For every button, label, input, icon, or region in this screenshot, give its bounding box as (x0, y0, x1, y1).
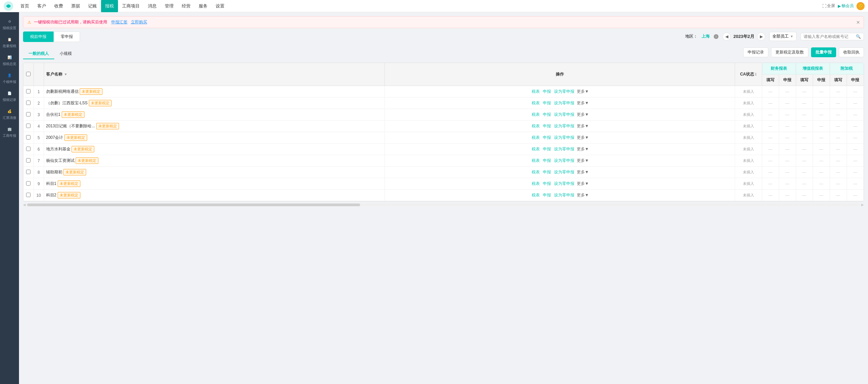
action-more[interactable]: 更多▼ (577, 135, 589, 140)
search-input[interactable] (804, 34, 854, 39)
row-checkbox-cell (23, 178, 34, 190)
banner-link-purchase[interactable]: 立即购买 (131, 19, 147, 25)
action-declare[interactable]: 申报 (543, 193, 551, 197)
action-taxform[interactable]: 税表 (532, 89, 540, 94)
action-declare[interactable]: 申报 (543, 170, 551, 174)
nav-tax[interactable]: 报税 (101, 0, 118, 12)
action-taxform[interactable]: 税表 (532, 124, 540, 128)
action-taxform[interactable]: 税表 (532, 170, 540, 174)
action-setzero[interactable]: 设为零申报 (554, 89, 574, 94)
nav-fee[interactable]: 收费 (50, 0, 67, 12)
action-setzero[interactable]: 设为零申报 (554, 170, 574, 174)
action-more[interactable]: 更多▼ (577, 112, 589, 117)
member-button[interactable]: ▶ 畅会员 (838, 3, 854, 9)
action-taxform[interactable]: 税表 (532, 101, 540, 105)
search-icon[interactable]: 🔍 (856, 34, 861, 39)
row-checkbox[interactable] (26, 135, 31, 140)
action-declare[interactable]: 申报 (543, 112, 551, 117)
action-declare[interactable]: 申报 (543, 89, 551, 94)
nav-service[interactable]: 服务 (195, 0, 212, 12)
row-checkbox[interactable] (26, 112, 31, 116)
action-setzero[interactable]: 设为零申报 (554, 158, 574, 163)
row-checkbox[interactable] (26, 158, 31, 163)
action-setzero[interactable]: 设为零申报 (554, 124, 574, 128)
action-more[interactable]: 更多▼ (577, 181, 589, 186)
action-more[interactable]: 更多▼ (577, 89, 589, 94)
banner-link-declaration[interactable]: 申报汇签 (111, 19, 127, 25)
action-more[interactable]: 更多▼ (577, 147, 589, 151)
action-declare[interactable]: 申报 (543, 181, 551, 186)
nav-management[interactable]: 管理 (161, 0, 178, 12)
action-more[interactable]: 更多▼ (577, 158, 589, 163)
banner-links: 申报汇签 立即购买 (111, 19, 147, 25)
action-more[interactable]: 更多▼ (577, 193, 589, 197)
fullscreen-button[interactable]: ⛶ 全屏 (822, 3, 835, 9)
nav-home[interactable]: 首页 (16, 0, 33, 12)
header-checkbox-cell (23, 63, 34, 86)
date-prev-button[interactable]: ◀ (723, 33, 731, 41)
employee-selector[interactable]: 全部员工 ▼ (769, 32, 796, 41)
select-all-checkbox[interactable] (26, 72, 31, 76)
header-fill1: 填写 (762, 74, 779, 86)
declaration-record-button[interactable]: 申报记录 (743, 47, 768, 57)
action-setzero[interactable]: 设为零申报 (554, 135, 574, 140)
nav-settings[interactable]: 设置 (212, 0, 229, 12)
row-actions: 税表 申报 设为零申报 更多▼ (384, 98, 735, 109)
retrieve-receipt-button[interactable]: 收取回执 (839, 47, 864, 57)
action-declare[interactable]: 申报 (543, 101, 551, 105)
row-checkbox[interactable] (26, 101, 31, 105)
tab-tax-declaration[interactable]: 税款申报 (23, 31, 54, 42)
scroll-right-arrow[interactable]: ▶ (861, 203, 864, 207)
tab-general-taxpayer[interactable]: 一般的税人 (23, 49, 54, 59)
action-declare[interactable]: 申报 (543, 158, 551, 163)
action-taxform[interactable]: 税表 (532, 158, 540, 163)
action-setzero[interactable]: 设为零申报 (554, 181, 574, 186)
employee-label: 全部员工 (772, 34, 789, 39)
row-add-submit: — (847, 98, 864, 109)
action-setzero[interactable]: 设为零申报 (554, 112, 574, 117)
row-checkbox[interactable] (26, 147, 31, 151)
horizontal-scrollbar[interactable] (27, 204, 860, 206)
row-checkbox[interactable] (26, 124, 31, 128)
action-more[interactable]: 更多▼ (577, 101, 589, 105)
sidebar-item-settlement[interactable]: 💰 汇算清缴 (0, 105, 19, 123)
action-setzero[interactable]: 设为零申报 (554, 147, 574, 151)
nav-operation[interactable]: 经营 (178, 0, 195, 12)
action-setzero[interactable]: 设为零申报 (554, 101, 574, 105)
row-checkbox[interactable] (26, 181, 31, 186)
action-taxform[interactable]: 税表 (532, 193, 540, 197)
banner-close-button[interactable]: ✕ (856, 20, 860, 25)
nav-bookkeeping[interactable]: 记账 (84, 0, 101, 12)
row-checkbox[interactable] (26, 89, 31, 93)
action-declare[interactable]: 申报 (543, 147, 551, 151)
sidebar-item-taxsettings[interactable]: ⚙ 报税设置 (0, 15, 19, 33)
update-tax-button[interactable]: 更新税定及取数 (771, 47, 808, 57)
user-avatar[interactable]: 🙂 (856, 2, 865, 10)
action-declare[interactable]: 申报 (543, 135, 551, 140)
date-next-button[interactable]: ▶ (757, 33, 765, 41)
row-checkbox[interactable] (26, 193, 31, 197)
batch-declare-button[interactable]: 批量申报 (811, 47, 836, 57)
sidebar-item-taxrecord[interactable]: 📄 报税记录 (0, 87, 19, 105)
scroll-left-arrow[interactable]: ◀ (23, 203, 26, 207)
sidebar-item-batchreport[interactable]: 📋 批量报税 (0, 33, 19, 51)
tab-small-scale[interactable]: 小规模 (54, 49, 77, 59)
sidebar-item-annualreport[interactable]: 🏢 工商年报 (0, 123, 19, 141)
row-checkbox[interactable] (26, 170, 31, 174)
sidebar-item-individual[interactable]: 👤 个税申报 (0, 69, 19, 87)
action-taxform[interactable]: 税表 (532, 135, 540, 140)
nav-business[interactable]: 工商项目 (118, 0, 144, 12)
action-taxform[interactable]: 税表 (532, 112, 540, 117)
action-more[interactable]: 更多▼ (577, 124, 589, 128)
sidebar-item-overview[interactable]: 📊 报税总览 (0, 51, 19, 69)
tab-zero-declaration[interactable]: 零申报 (54, 31, 80, 42)
info-icon[interactable]: i (714, 34, 718, 39)
action-declare[interactable]: 申报 (543, 124, 551, 128)
action-more[interactable]: 更多▼ (577, 170, 589, 174)
action-setzero[interactable]: 设为零申报 (554, 193, 574, 197)
action-taxform[interactable]: 税表 (532, 181, 540, 186)
nav-invoice[interactable]: 票据 (67, 0, 84, 12)
nav-message[interactable]: 消息 (144, 0, 161, 12)
action-taxform[interactable]: 税表 (532, 147, 540, 151)
nav-customer[interactable]: 客户 (33, 0, 50, 12)
